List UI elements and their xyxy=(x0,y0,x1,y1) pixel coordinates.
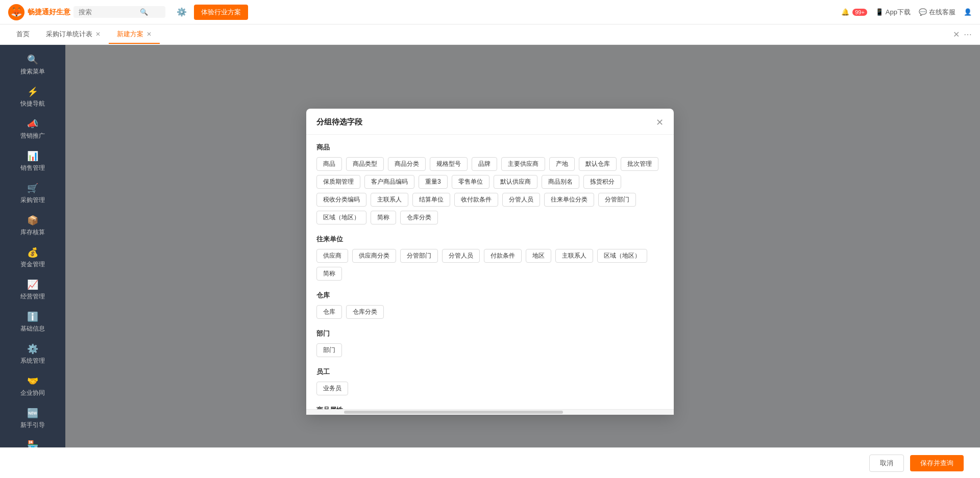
cancel-button[interactable]: 取消 xyxy=(869,455,904,472)
field-tag-1-0[interactable]: 供应商 xyxy=(316,249,348,263)
sidebar-item-marketing[interactable]: 📣 营销推广 xyxy=(0,113,65,145)
user-avatar[interactable]: 👤 xyxy=(964,8,972,16)
field-tag-0-20[interactable]: 分管人员 xyxy=(502,193,540,207)
field-tag-0-10[interactable]: 客户商品编码 xyxy=(364,175,414,189)
field-tag-1-3[interactable]: 分管人员 xyxy=(442,249,480,263)
field-tag-2-1[interactable]: 仓库分类 xyxy=(346,305,384,319)
notification-btn[interactable]: 🔔 99+ xyxy=(841,8,867,16)
field-grid-3: 部门 xyxy=(316,343,664,357)
field-tag-0-17[interactable]: 主联系人 xyxy=(371,193,408,207)
search-menu-icon: 🔍 xyxy=(27,54,38,65)
field-tag-0-22[interactable]: 分管部门 xyxy=(598,193,636,207)
search-bar[interactable]: 🔍 xyxy=(74,6,165,18)
field-tag-0-1[interactable]: 商品类型 xyxy=(346,157,384,171)
field-tag-0-5[interactable]: 主要供应商 xyxy=(501,157,545,171)
settings-icon-btn[interactable]: ⚙️ xyxy=(174,4,190,20)
field-tag-0-21[interactable]: 往来单位分类 xyxy=(544,193,594,207)
sidebar-item-quick-nav[interactable]: ⚡ 快捷导航 xyxy=(0,81,65,113)
sidebar-sales-label: 销售管理 xyxy=(20,164,45,172)
sidebar-item-newbie[interactable]: 🆕 新手引导 xyxy=(0,402,65,435)
trial-btn[interactable]: 体验行业方案 xyxy=(194,5,248,20)
marketing-icon: 📣 xyxy=(27,118,38,130)
field-tag-0-13[interactable]: 默认供应商 xyxy=(494,175,537,189)
field-tag-0-7[interactable]: 默认仓库 xyxy=(579,157,617,171)
sidebar-item-finance[interactable]: 💰 资金管理 xyxy=(0,242,65,274)
field-tag-0-23[interactable]: 区域（地区） xyxy=(316,211,366,224)
save-button[interactable]: 保存并查询 xyxy=(910,455,964,471)
section-title-3: 部门 xyxy=(316,329,664,338)
search-input[interactable] xyxy=(79,8,140,16)
field-tag-1-1[interactable]: 供应商分类 xyxy=(352,249,396,263)
field-tag-0-18[interactable]: 结算单位 xyxy=(412,193,450,207)
enterprise-icon: 🤝 xyxy=(27,375,38,387)
system-icon: ⚙️ xyxy=(27,343,38,355)
sidebar-operations-label: 经营管理 xyxy=(20,292,45,301)
sidebar-item-search[interactable]: 🔍 搜索菜单 xyxy=(0,49,65,81)
field-grid-2: 仓库仓库分类 xyxy=(316,305,664,319)
newbie-icon: 🆕 xyxy=(27,408,38,419)
field-grid-0: 商品商品类型商品分类规格型号品牌主要供应商产地默认仓库批次管理保质期管理客户商品… xyxy=(316,157,664,224)
field-section-5: 商品属性属性颜色多规格尺码鞋码1 xyxy=(316,406,664,410)
online-service-label: 在线客服 xyxy=(929,8,955,17)
field-tag-1-2[interactable]: 分管部门 xyxy=(400,249,438,263)
modal-title: 分组待选字段 xyxy=(316,117,362,127)
app-download-btn[interactable]: 📱 App下载 xyxy=(875,8,911,17)
field-tag-0-8[interactable]: 批次管理 xyxy=(621,157,658,171)
field-tag-1-8[interactable]: 简称 xyxy=(316,267,342,281)
tab-purchase-stats[interactable]: 采购订单统计表 ✕ xyxy=(38,26,109,44)
field-tag-2-0[interactable]: 仓库 xyxy=(316,305,342,319)
field-tag-0-25[interactable]: 仓库分类 xyxy=(400,211,438,224)
sales-icon: 📊 xyxy=(27,150,38,162)
tab-new-plan[interactable]: 新建方案 ✕ xyxy=(109,26,160,44)
section-title-2: 仓库 xyxy=(316,291,664,300)
modal-hscroll-thumb xyxy=(344,411,564,414)
sidebar-item-sales[interactable]: 📊 销售管理 xyxy=(0,145,65,178)
field-tag-0-24[interactable]: 简称 xyxy=(371,211,396,224)
field-tag-0-4[interactable]: 品牌 xyxy=(472,157,497,171)
sidebar-item-operations[interactable]: 📈 经营管理 xyxy=(0,274,65,306)
field-tag-0-12[interactable]: 零售单位 xyxy=(452,175,489,189)
sidebar-item-inventory[interactable]: 📦 库存核算 xyxy=(0,210,65,242)
field-tag-3-0[interactable]: 部门 xyxy=(316,343,342,357)
field-tag-0-2[interactable]: 商品分类 xyxy=(388,157,426,171)
field-tag-0-14[interactable]: 商品别名 xyxy=(542,175,579,189)
field-tag-1-6[interactable]: 主联系人 xyxy=(555,249,593,263)
field-tag-0-11[interactable]: 重量3 xyxy=(419,175,448,189)
close-all-icon[interactable]: ✕ xyxy=(953,30,960,39)
field-section-3: 部门部门 xyxy=(316,329,664,357)
field-tag-1-4[interactable]: 付款条件 xyxy=(484,249,522,263)
sidebar-item-base-info[interactable]: ℹ️ 基础信息 xyxy=(0,306,65,338)
sidebar-base-info-label: 基础信息 xyxy=(20,324,45,333)
modal-hscroll[interactable] xyxy=(306,409,674,414)
field-tag-0-6[interactable]: 产地 xyxy=(549,157,575,171)
more-tabs-icon[interactable]: ⋯ xyxy=(964,30,972,39)
field-grid-1: 供应商供应商分类分管部门分管人员付款条件地区主联系人区域（地区）简称 xyxy=(316,249,664,281)
field-tag-1-7[interactable]: 区域（地区） xyxy=(597,249,647,263)
field-tag-4-0[interactable]: 业务员 xyxy=(316,382,348,395)
base-info-icon: ℹ️ xyxy=(27,311,38,322)
field-tag-0-19[interactable]: 收付款条件 xyxy=(454,193,498,207)
section-title-4: 员工 xyxy=(316,367,664,376)
operations-icon: 📈 xyxy=(27,279,38,290)
online-service-btn[interactable]: 💬 在线客服 xyxy=(919,8,955,17)
sidebar-item-purchase[interactable]: 🛒 采购管理 xyxy=(0,178,65,210)
sidebar-item-enterprise[interactable]: 🤝 企业协同 xyxy=(0,370,65,402)
logo-area: 🦊 畅捷通好生意 xyxy=(8,4,74,20)
tab-purchase-close[interactable]: ✕ xyxy=(95,31,101,38)
app-icon: 📱 xyxy=(875,8,884,16)
tab-home-label: 首页 xyxy=(16,30,30,39)
field-tag-0-3[interactable]: 规格型号 xyxy=(430,157,468,171)
field-tag-0-9[interactable]: 保质期管理 xyxy=(316,175,360,189)
modal-body: 商品商品商品类型商品分类规格型号品牌主要供应商产地默认仓库批次管理保质期管理客户… xyxy=(306,135,674,410)
section-title-1: 往来单位 xyxy=(316,235,664,244)
field-tag-0-0[interactable]: 商品 xyxy=(316,157,342,171)
modal-header: 分组待选字段 ✕ xyxy=(306,109,674,135)
field-tag-0-15[interactable]: 拣货积分 xyxy=(583,175,621,189)
field-tag-0-16[interactable]: 税收分类编码 xyxy=(316,193,366,207)
modal-close-btn[interactable]: ✕ xyxy=(656,117,664,128)
tab-new-close[interactable]: ✕ xyxy=(146,31,152,38)
sidebar-enterprise-label: 企业协同 xyxy=(20,389,45,397)
field-tag-1-5[interactable]: 地区 xyxy=(526,249,551,263)
sidebar-item-system[interactable]: ⚙️ 系统管理 xyxy=(0,338,65,370)
tab-home[interactable]: 首页 xyxy=(8,26,38,44)
